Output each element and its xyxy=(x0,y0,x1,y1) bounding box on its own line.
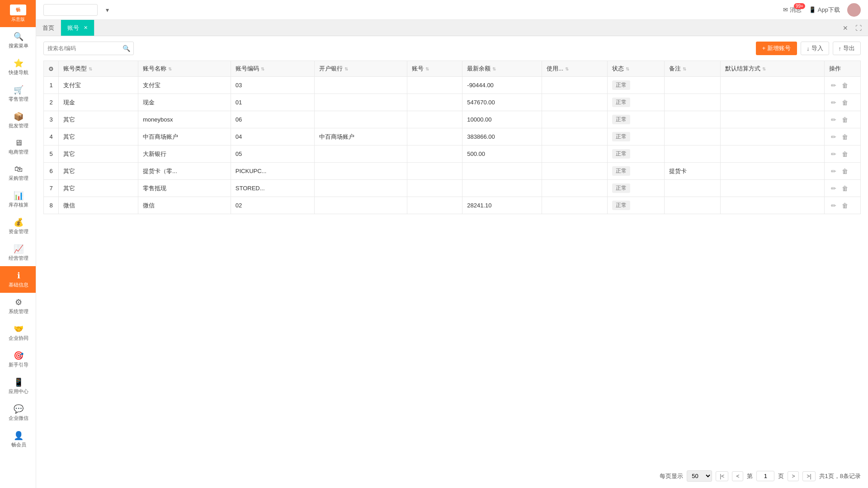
edit-button[interactable]: ✏ xyxy=(829,150,838,159)
delete-button[interactable]: 🗑 xyxy=(840,132,850,141)
sidebar-item-finance[interactable]: 💰资金管理 xyxy=(0,213,36,239)
cell-balance: 28241.10 xyxy=(462,197,542,214)
cell-op: ✏ 🗑 xyxy=(825,94,861,111)
message-button[interactable]: ✉ 消息 99+ xyxy=(783,6,802,14)
tab-account[interactable]: 账号 ✕ xyxy=(61,20,94,36)
add-account-button[interactable]: + 新增账号 xyxy=(756,42,797,55)
th-code[interactable]: 账号编码⇅ xyxy=(231,61,314,77)
table-body: 1 支付宝 支付宝 03 -90444.00 正常 ✏ 🗑 2 现金 现金 01… xyxy=(44,77,861,214)
cell-usage xyxy=(542,145,608,163)
message-icon: ✉ xyxy=(783,6,788,13)
delete-button[interactable]: 🗑 xyxy=(840,98,850,107)
edit-button[interactable]: ✏ xyxy=(829,201,838,210)
app-download-button[interactable]: 📱 App下载 xyxy=(809,6,840,14)
th-payment[interactable]: 默认结算方式⇅ xyxy=(721,61,825,77)
toolbar-right: + 新增账号 ↓ 导入 ↑ 导出 xyxy=(756,42,861,55)
th-payment-label: 默认结算方式 xyxy=(725,65,760,73)
th-name[interactable]: 账号名称⇅ xyxy=(138,61,231,77)
cell-balance: -90444.00 xyxy=(462,77,542,94)
sidebar-item-agreement[interactable]: 🤝企业协同 xyxy=(0,319,36,346)
sidebar-item-member[interactable]: 👤畅会员 xyxy=(0,426,36,453)
sidebar-item-retail[interactable]: 🛒零售管理 xyxy=(0,80,36,107)
page-next-btn[interactable]: > xyxy=(788,471,799,481)
user-avatar[interactable] xyxy=(847,3,861,17)
app-icon: 📱 xyxy=(809,6,816,13)
edit-button[interactable]: ✏ xyxy=(829,167,838,176)
delete-button[interactable]: 🗑 xyxy=(840,81,850,90)
sidebar-item-wechat[interactable]: 💬企业微信 xyxy=(0,399,36,426)
delete-button[interactable]: 🗑 xyxy=(840,184,850,193)
sidebar-item-operation[interactable]: 📈经营管理 xyxy=(0,239,36,266)
page-first-btn[interactable]: |< xyxy=(716,471,728,481)
sidebar-item-guide[interactable]: 🎯新手引导 xyxy=(0,346,36,373)
sidebar-item-inventory-label: 库存核算 xyxy=(9,202,28,208)
sidebar-item-appstore[interactable]: 📱应用中心 xyxy=(0,373,36,399)
basic-icon: ℹ xyxy=(17,271,20,281)
th-type[interactable]: 账号类型⇅ xyxy=(59,61,138,77)
import-button[interactable]: ↓ 导入 xyxy=(801,42,829,55)
delete-button[interactable]: 🗑 xyxy=(840,167,850,176)
status-badge: 正常 xyxy=(612,80,630,90)
sidebar-item-system[interactable]: ⚙系统管理 xyxy=(0,293,36,319)
sidebar-item-ecommerce[interactable]: 🖥电商管理 xyxy=(0,134,36,160)
th-status[interactable]: 状态⇅ xyxy=(607,61,664,77)
th-name-label: 账号名称 xyxy=(143,65,166,73)
sidebar-item-search-label: 搜索菜单 xyxy=(9,42,28,49)
page-prev-btn[interactable]: < xyxy=(732,471,743,481)
export-icon: ↑ xyxy=(839,45,842,52)
edit-button[interactable]: ✏ xyxy=(829,98,838,107)
th-bank[interactable]: 开户银行⇅ xyxy=(315,61,407,77)
th-usage-label: 使用... xyxy=(547,65,563,73)
sidebar-item-member-label: 畅会员 xyxy=(11,441,26,448)
cell-type: 其它 xyxy=(59,111,138,128)
status-badge: 正常 xyxy=(612,132,630,141)
table-row: 1 支付宝 支付宝 03 -90444.00 正常 ✏ 🗑 xyxy=(44,77,861,94)
page-size-select[interactable]: 50 100 xyxy=(687,470,712,482)
cell-account xyxy=(407,180,462,197)
th-usage[interactable]: 使用...⇅ xyxy=(542,61,608,77)
cell-usage xyxy=(542,197,608,214)
page-input[interactable] xyxy=(756,471,774,481)
sidebar-item-purchase[interactable]: 🛍采购管理 xyxy=(0,160,36,186)
sidebar-item-shortcut[interactable]: ⭐快捷导航 xyxy=(0,54,36,80)
th-remark[interactable]: 备注⇅ xyxy=(665,61,721,77)
cell-status: 正常 xyxy=(607,197,664,214)
edit-button[interactable]: ✏ xyxy=(829,132,838,141)
page-last-btn[interactable]: >| xyxy=(802,471,815,481)
cell-code: PICKUPC... xyxy=(231,163,314,180)
edit-button[interactable]: ✏ xyxy=(829,115,838,124)
cell-payment xyxy=(721,77,825,94)
cell-payment xyxy=(721,111,825,128)
sidebar-item-inventory[interactable]: 📊库存核算 xyxy=(0,186,36,213)
cell-type: 其它 xyxy=(59,145,138,163)
export-button[interactable]: ↑ 导出 xyxy=(833,42,861,55)
delete-button[interactable]: 🗑 xyxy=(840,115,850,124)
sidebar-item-basic[interactable]: ℹ基础信息 xyxy=(0,266,36,293)
tab-account-close[interactable]: ✕ xyxy=(84,25,88,31)
cell-name: 支付宝 xyxy=(138,77,231,94)
search-button[interactable]: 🔍 xyxy=(119,45,134,52)
cell-account xyxy=(407,94,462,111)
edit-button[interactable]: ✏ xyxy=(829,184,838,193)
tab-close-btn[interactable]: ✕ xyxy=(840,23,851,33)
tab-expand-btn[interactable]: ⛶ xyxy=(853,23,864,33)
edit-button[interactable]: ✏ xyxy=(829,81,838,90)
search-input[interactable] xyxy=(44,45,119,52)
header-search-input[interactable] xyxy=(43,4,98,16)
sidebar-item-wholesale[interactable]: 📦批发管理 xyxy=(0,107,36,134)
th-settings[interactable]: ⚙ xyxy=(44,61,59,77)
header-dropdown-btn[interactable]: ▾ xyxy=(102,5,113,15)
cell-balance: 383866.00 xyxy=(462,128,542,145)
table-row: 2 现金 现金 01 547670.00 正常 ✏ 🗑 xyxy=(44,94,861,111)
tab-home[interactable]: 首页 xyxy=(36,20,61,36)
delete-button[interactable]: 🗑 xyxy=(840,150,850,159)
main-area: ▾ ✉ 消息 99+ 📱 App下载 首页 账号 ✕ ✕ ⛶ xyxy=(36,0,868,488)
th-balance[interactable]: 最新余额⇅ xyxy=(462,61,542,77)
sidebar-item-wechat-label: 企业微信 xyxy=(9,415,28,422)
cell-status: 正常 xyxy=(607,77,664,94)
delete-button[interactable]: 🗑 xyxy=(840,201,850,210)
th-account[interactable]: 账号⇅ xyxy=(407,61,462,77)
cell-name: 提货卡（零... xyxy=(138,163,231,180)
sidebar-item-search[interactable]: 🔍搜索菜单 xyxy=(0,27,36,54)
sort-balance-icon: ⇅ xyxy=(492,66,496,71)
